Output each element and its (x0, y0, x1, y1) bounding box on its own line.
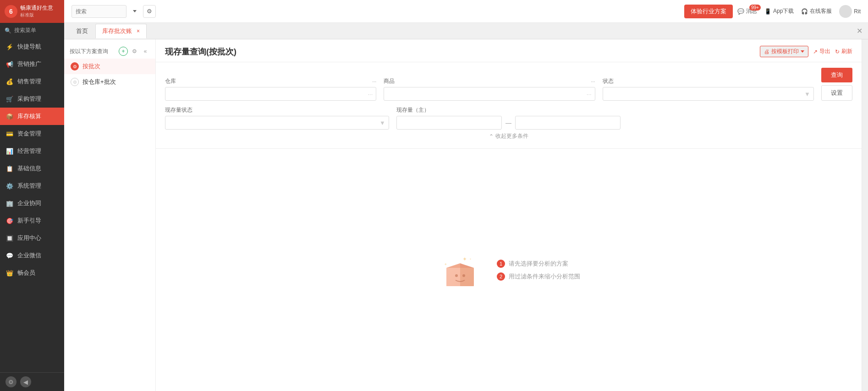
stock-qty-range: — (396, 116, 621, 130)
sidebar-item-member[interactable]: 👑 畅会员 (0, 264, 64, 282)
footer-settings-btn[interactable]: ⚙ (5, 376, 16, 387)
sidebar: 6 畅康通好生意 标准版 🔍 搜索菜单 ⚡ 快捷导航 📢 营销推广 💰 销售管理… (0, 0, 64, 391)
stock-status-label-row: 现存量状态 (165, 106, 389, 114)
purchase-icon: 🛒 (5, 95, 14, 103)
sidebar-item-guide[interactable]: 🎯 新手引导 (0, 212, 64, 229)
product-more-btn[interactable]: ··· (591, 79, 595, 84)
scheme-item-warehouse-batch[interactable]: ⚙ 按仓库+批次 (64, 74, 155, 90)
page-header: 现存量查询(按批次) 🖨 按模板打印 ↗ 导出 ↻ 刷新 (156, 39, 862, 62)
footer-collapse-btn[interactable]: ◀ (20, 376, 31, 387)
svg-text:✦: ✦ (469, 258, 472, 261)
product-label: 商品 (384, 77, 395, 85)
stock-qty-dash: — (505, 119, 511, 126)
svg-marker-1 (446, 263, 460, 268)
warehouse-filter: 仓库 ··· ··· (165, 77, 376, 101)
tab-home[interactable]: 首页 (70, 24, 94, 38)
scheme-collapse-btn[interactable]: « (141, 47, 150, 56)
hint-1-text: 请先选择要分析的方案 (509, 260, 568, 268)
action-buttons: 查询 设置 (821, 68, 852, 101)
app-download-btn[interactable]: 📱 App下载 (764, 7, 794, 15)
tab-close-btn[interactable]: × (137, 28, 140, 34)
refresh-btn[interactable]: ↻ 刷新 (835, 48, 852, 55)
sidebar-item-wechat[interactable]: 💬 企业微信 (0, 247, 64, 264)
online-service-btn[interactable]: 🎧 在线客服 (801, 7, 832, 15)
settings-secondary-btn[interactable]: 设置 (821, 85, 852, 101)
sidebar-item-label: 企业协同 (17, 199, 41, 207)
right-scrollbar[interactable] (862, 39, 868, 391)
product-filter: 商品 ··· ··· (384, 77, 595, 101)
refresh-label: 刷新 (841, 48, 852, 55)
main-area: ⚙ 体验行业方案 💬 消息 99+ 📱 App下载 🎧 在线客服 Rit (64, 0, 868, 391)
sidebar-item-marketing[interactable]: 📢 营销推广 (0, 55, 64, 73)
print-btn[interactable]: 🖨 按模板打印 (760, 46, 808, 57)
svg-marker-2 (460, 263, 474, 268)
user-avatar-area[interactable]: Rit (839, 5, 861, 18)
export-btn[interactable]: ↗ 导出 (813, 48, 830, 55)
product-input-container: ··· (384, 87, 595, 101)
svg-marker-3 (446, 268, 460, 286)
query-btn[interactable]: 查询 (821, 68, 852, 82)
sidebar-item-apps[interactable]: 🔲 应用中心 (0, 229, 64, 247)
sidebar-item-purchase[interactable]: 🛒 采购管理 (0, 90, 64, 108)
topbar-dropdown-btn[interactable] (129, 6, 140, 17)
stock-status-select-container: ▼ (165, 116, 389, 130)
scheme-header-btns: + ⚙ « (119, 47, 150, 56)
sidebar-item-inventory[interactable]: 📦 库存核算 (0, 108, 64, 125)
message-icon: 💬 (737, 8, 744, 15)
sidebar-item-enterprise[interactable]: 🏢 企业协同 (0, 195, 64, 212)
stock-qty-max-input[interactable] (515, 116, 621, 130)
try-industry-btn[interactable]: 体验行业方案 (684, 5, 733, 18)
search-menu-item[interactable]: 🔍 搜索菜单 (0, 23, 64, 38)
footer-collapse-icon: ◀ (23, 379, 28, 386)
content-area: 按以下方案查询 + ⚙ « ⚙ 按批次 ⚙ 按仓库+批次 (64, 39, 868, 391)
scheme-settings-btn[interactable]: ⚙ (130, 47, 139, 56)
sidebar-item-sales[interactable]: 💰 销售管理 (0, 73, 64, 90)
tab-inventory-batch[interactable]: 库存批次账 × (95, 24, 147, 38)
warehouse-input[interactable] (165, 87, 376, 101)
tab-bar-close-btn[interactable]: ✕ (857, 27, 863, 35)
status-select-container: ▼ (603, 87, 814, 101)
stock-status-select[interactable] (165, 116, 389, 130)
search-menu-label: 搜索菜单 (14, 27, 36, 34)
sidebar-item-label: 系统管理 (17, 182, 41, 190)
footer-settings-icon: ⚙ (8, 379, 14, 386)
marketing-icon: 📢 (5, 60, 14, 68)
sidebar-item-label: 营销推广 (17, 60, 41, 68)
filter-section: 仓库 ··· ··· 商品 ··· (156, 62, 862, 149)
right-panel: 现存量查询(按批次) 🖨 按模板打印 ↗ 导出 ↻ 刷新 (156, 39, 862, 391)
edition-label: 标准版 (20, 12, 53, 18)
search-icon: 🔍 (5, 27, 11, 34)
warehouse-more-btn[interactable]: ··· (372, 79, 376, 84)
message-btn[interactable]: 💬 消息 99+ (737, 7, 757, 15)
topbar: ⚙ 体验行业方案 💬 消息 99+ 📱 App下载 🎧 在线客服 Rit (64, 0, 868, 23)
sidebar-item-finance[interactable]: 💳 资金管理 (0, 125, 64, 142)
stock-qty-label-row: 现存量（主） (396, 106, 621, 114)
sidebar-item-label: 销售管理 (17, 77, 41, 86)
print-dropdown-icon (801, 50, 804, 53)
system-icon: ⚙️ (5, 182, 14, 190)
stock-status-filter: 现存量状态 ▼ (165, 106, 389, 130)
sidebar-item-shortcut[interactable]: ⚡ 快捷导航 (0, 38, 64, 55)
inventory-icon: 📦 (5, 112, 14, 120)
sidebar-item-label: 库存核算 (17, 112, 41, 120)
sidebar-item-label: 资金管理 (17, 130, 41, 138)
stock-qty-min-input[interactable] (396, 116, 502, 130)
sidebar-item-label: 采购管理 (17, 95, 41, 103)
scheme-item-batch[interactable]: ⚙ 按批次 (64, 59, 155, 74)
topbar-search-input[interactable] (71, 5, 126, 18)
topbar-settings-btn[interactable]: ⚙ (143, 5, 156, 18)
collapse-btn[interactable]: ⌃ 收起更多条件 (165, 130, 852, 143)
empty-state: ✦ ✦ ✦ 1 请先选择要分析的方案 2 (156, 149, 862, 391)
sidebar-item-label: 畅会员 (17, 269, 35, 277)
status-select[interactable] (603, 87, 814, 101)
sidebar-item-basics[interactable]: 📋 基础信息 (0, 160, 64, 177)
sidebar-item-operations[interactable]: 📊 经营管理 (0, 142, 64, 160)
scheme-add-btn[interactable]: + (119, 47, 128, 56)
user-avatar (839, 5, 852, 18)
stock-qty-label: 现存量（主） (396, 106, 429, 114)
product-input[interactable] (384, 87, 595, 101)
sidebar-item-system[interactable]: ⚙️ 系统管理 (0, 177, 64, 195)
warehouse-input-container: ··· (165, 87, 376, 101)
export-icon: ↗ (813, 49, 818, 55)
app-download-icon: 📱 (764, 8, 771, 15)
